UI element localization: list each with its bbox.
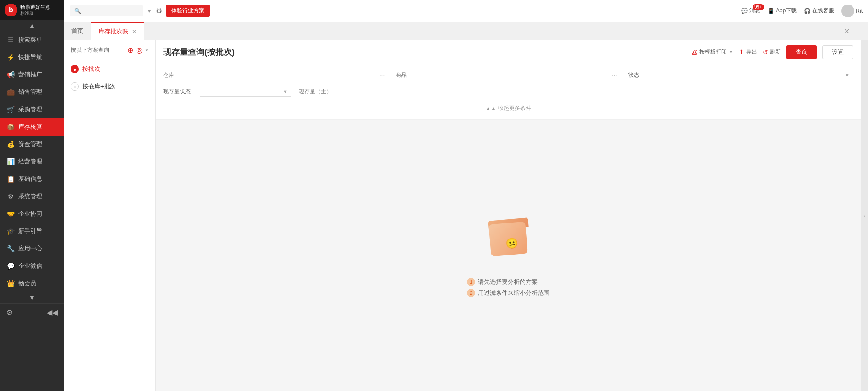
message-icon: 💬 bbox=[741, 8, 748, 14]
right-toggle[interactable]: › bbox=[861, 40, 868, 391]
topbar-search-box[interactable]: 🔍 bbox=[70, 5, 143, 16]
filter-item-dot-red: ● bbox=[71, 65, 79, 73]
sidebar-item-label: 企业微信 bbox=[18, 262, 42, 270]
filter-add-icon[interactable]: ⊕ bbox=[127, 46, 133, 54]
filter-panel-title: 按以下方案查询 bbox=[71, 46, 109, 54]
inventory-qty-min-input[interactable] bbox=[335, 87, 408, 97]
marketing-icon: 📢 bbox=[6, 71, 15, 79]
collapse-button[interactable]: ▲▲ 收起更多条件 bbox=[485, 103, 531, 114]
purchase-icon: 🛒 bbox=[6, 105, 15, 114]
range-dash: — bbox=[412, 88, 418, 95]
sidebar-item-sales[interactable]: 💼 销售管理 bbox=[0, 83, 64, 101]
settings-topbar-icon[interactable]: ⚙ bbox=[156, 6, 162, 15]
settings-button[interactable]: 设置 bbox=[822, 45, 853, 59]
search-icon: ☰ bbox=[6, 36, 15, 44]
app-title: 畅康通好生意 bbox=[20, 4, 50, 10]
collapse-label: 收起更多条件 bbox=[498, 104, 531, 112]
main-content: 现存量查询(按批次) 🖨 按模板打印 ▼ ⬆ 导出 ↺ 刷新 bbox=[156, 40, 861, 391]
newbie-icon: 🎓 bbox=[6, 227, 15, 235]
sidebar-item-quicknav[interactable]: ⚡ 快捷导航 bbox=[0, 49, 64, 66]
inventory-status-label: 现存量状态 bbox=[163, 88, 200, 96]
sidebar-item-purchase[interactable]: 🛒 采购管理 bbox=[0, 101, 64, 118]
export-icon: ⬆ bbox=[739, 49, 744, 56]
query-button[interactable]: 查询 bbox=[786, 45, 817, 59]
phone-icon: 📱 bbox=[768, 8, 775, 14]
status-select[interactable]: ▼ bbox=[656, 71, 853, 80]
inventory-status-field: 现存量状态 ▼ bbox=[163, 87, 291, 97]
collapse-sidebar-icon[interactable]: ◀◀ bbox=[47, 308, 58, 317]
tabbar-close-button[interactable]: ✕ bbox=[844, 27, 850, 35]
status-field: 状态 ▼ bbox=[628, 71, 853, 80]
sidebar-item-label: 库存核算 bbox=[18, 123, 42, 131]
filter-collapse-icon[interactable]: « bbox=[145, 46, 149, 54]
sidebar-item-collab[interactable]: 🤝 企业协同 bbox=[0, 205, 64, 223]
tab-batch-label: 库存批次账 bbox=[99, 27, 128, 36]
tab-batch-account[interactable]: 库存批次账 ✕ bbox=[91, 22, 144, 40]
sidebar-item-search[interactable]: ☰ 搜索菜单 bbox=[0, 31, 64, 49]
hint-num-2: 2 bbox=[467, 289, 475, 297]
filter-item-batch[interactable]: ● 按批次 bbox=[64, 60, 155, 78]
empty-illustration: 😐 bbox=[481, 214, 536, 269]
inventory-qty-max-input[interactable] bbox=[421, 87, 494, 97]
sidebar-scroll-up[interactable]: ▲ bbox=[0, 20, 64, 31]
sidebar-item-label: 快捷导航 bbox=[18, 53, 42, 61]
product-dots[interactable]: ··· bbox=[612, 71, 617, 79]
filter-panel-icons: ⊕ ◎ « bbox=[127, 46, 149, 54]
sidebar-header: b 畅康通好生意 标准版 bbox=[0, 0, 64, 20]
sidebar-item-apps[interactable]: 🔧 应用中心 bbox=[0, 240, 64, 257]
settings-footer-icon[interactable]: ⚙ bbox=[6, 308, 13, 317]
export-action[interactable]: ⬆ 导出 bbox=[739, 48, 757, 56]
user-avatar-item[interactable]: Rit bbox=[841, 5, 863, 17]
quicknav-icon: ⚡ bbox=[6, 53, 15, 61]
inventory-status-dropdown-icon: ▼ bbox=[283, 89, 288, 94]
sidebar-item-system[interactable]: ⚙ 系统管理 bbox=[0, 188, 64, 205]
experience-button[interactable]: 体验行业方案 bbox=[166, 5, 210, 17]
print-label: 按模板打印 bbox=[699, 48, 727, 56]
sidebar-item-newbie[interactable]: 🎓 新手引导 bbox=[0, 223, 64, 240]
tab-home[interactable]: 首页 bbox=[64, 22, 91, 40]
warehouse-input[interactable]: ··· bbox=[191, 70, 388, 81]
tab-close-icon[interactable]: ✕ bbox=[132, 28, 137, 35]
filter-item-warehouse-batch[interactable]: ○ 按仓库+批次 bbox=[64, 78, 155, 95]
hint-text-2: 用过滤条件来缩小分析范围 bbox=[478, 289, 549, 297]
sidebar-item-wechat[interactable]: 💬 企业微信 bbox=[0, 257, 64, 275]
app-download-item[interactable]: 📱 App下载 bbox=[768, 7, 797, 15]
product-input[interactable]: ··· bbox=[423, 70, 621, 81]
message-item[interactable]: 💬 消息 99+ bbox=[741, 7, 760, 15]
filter-panel: 按以下方案查询 ⊕ ◎ « ● 按批次 ○ 按仓库+批次 bbox=[64, 40, 156, 391]
sidebar-item-label: 销售管理 bbox=[18, 88, 42, 96]
box-face: 😐 bbox=[505, 237, 518, 250]
sidebar-item-finance[interactable]: 💰 资金管理 bbox=[0, 136, 64, 153]
print-action[interactable]: 🖨 按模板打印 ▼ bbox=[691, 48, 733, 56]
sidebar-item-basic-info[interactable]: 📋 基础信息 bbox=[0, 170, 64, 188]
hint-text-1: 请先选择要分析的方案 bbox=[478, 278, 538, 286]
apps-icon: 🔧 bbox=[6, 244, 15, 253]
chevron-down-icon: ▼ bbox=[147, 8, 152, 14]
sidebar-item-operations[interactable]: 📊 经营管理 bbox=[0, 153, 64, 170]
page-header: 现存量查询(按批次) 🖨 按模板打印 ▼ ⬆ 导出 ↺ 刷新 bbox=[156, 40, 861, 64]
empty-hints: 1 请先选择要分析的方案 2 用过滤条件来缩小分析范围 bbox=[467, 278, 549, 297]
sidebar-item-label: 畅会员 bbox=[18, 279, 36, 288]
app-logo: b bbox=[5, 4, 17, 16]
filter-settings-icon[interactable]: ◎ bbox=[136, 46, 143, 54]
sidebar-item-label: 基础信息 bbox=[18, 175, 42, 183]
sidebar-scroll-down[interactable]: ▼ bbox=[0, 292, 64, 303]
warehouse-label: 仓库 bbox=[163, 71, 191, 79]
export-label: 导出 bbox=[746, 48, 757, 56]
member-icon: 👑 bbox=[6, 279, 15, 288]
refresh-action[interactable]: ↺ 刷新 bbox=[763, 48, 781, 56]
collab-icon: 🤝 bbox=[6, 210, 15, 218]
inventory-status-select[interactable]: ▼ bbox=[200, 87, 291, 97]
empty-state: 😐 1 请先选择要分析的方案 2 用过滤条件来缩小分析范围 bbox=[156, 120, 861, 391]
content-area: 按以下方案查询 ⊕ ◎ « ● 按批次 ○ 按仓库+批次 bbox=[64, 40, 868, 391]
filter-row-1: 仓库 ··· 商品 ··· 状态 bbox=[163, 70, 853, 81]
warehouse-dots[interactable]: ··· bbox=[379, 71, 385, 79]
collapse-up-icon: ▲▲ bbox=[485, 105, 496, 112]
online-service-item[interactable]: 🎧 在线客服 bbox=[804, 7, 834, 15]
sidebar-item-marketing[interactable]: 📢 营销推广 bbox=[0, 66, 64, 83]
box-body: 😐 bbox=[489, 222, 528, 257]
sidebar-item-member[interactable]: 👑 畅会员 bbox=[0, 275, 64, 292]
sidebar-item-label: 企业协同 bbox=[18, 210, 42, 218]
sidebar-item-inventory[interactable]: 📦 库存核算 bbox=[0, 118, 64, 136]
filter-item-dot-gray: ○ bbox=[71, 82, 79, 91]
